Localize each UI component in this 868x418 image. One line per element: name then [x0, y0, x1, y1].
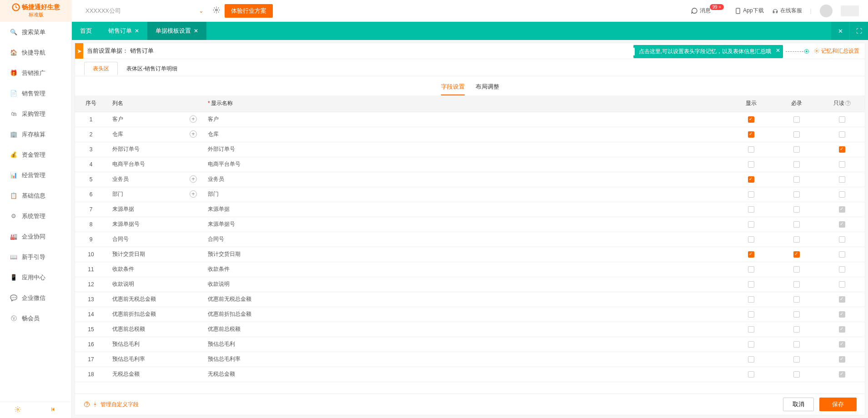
checkbox[interactable]: [793, 356, 800, 363]
memory-summary-link[interactable]: 记忆和汇总设置: [814, 47, 859, 55]
settings-icon[interactable]: [15, 406, 21, 414]
sidebar-item-4[interactable]: 🛍采购管理: [0, 104, 71, 124]
sidebar-item-11[interactable]: 📖新手引导: [0, 247, 71, 267]
checkbox[interactable]: [793, 296, 800, 303]
checkbox[interactable]: [793, 326, 800, 333]
checkbox[interactable]: [793, 116, 800, 123]
tooltip-close-icon[interactable]: ✕: [776, 47, 780, 55]
checkbox[interactable]: [748, 221, 754, 228]
sidebar-item-0[interactable]: 🔍搜索菜单: [0, 22, 71, 42]
sidebar-item-3[interactable]: 📄销售管理: [0, 83, 71, 104]
checkbox[interactable]: [839, 116, 845, 123]
checkbox[interactable]: [839, 146, 845, 153]
cell-display[interactable]: 无税总金额: [202, 367, 728, 382]
checkbox[interactable]: [839, 191, 845, 198]
checkbox[interactable]: [839, 176, 845, 183]
sidebar-item-5[interactable]: 🏢库存核算: [0, 124, 71, 144]
checkbox[interactable]: [839, 266, 845, 273]
sub-tab-0[interactable]: 字段设置: [441, 83, 465, 95]
expand-icon[interactable]: ⛶: [850, 22, 868, 40]
checkbox[interactable]: [748, 146, 754, 153]
checkbox[interactable]: [748, 326, 754, 333]
checkbox[interactable]: [793, 131, 800, 138]
cell-display[interactable]: 来源单据: [202, 202, 728, 217]
sidebar-item-12[interactable]: 📱应用中心: [0, 267, 71, 288]
user-menu[interactable]: [841, 5, 859, 16]
plus-icon[interactable]: +: [190, 190, 197, 198]
cell-display[interactable]: 业务员: [202, 172, 728, 187]
checkbox[interactable]: [748, 371, 754, 378]
checkbox[interactable]: [793, 206, 800, 213]
sidebar-item-6[interactable]: 💰资金管理: [0, 144, 71, 165]
checkbox[interactable]: [793, 341, 800, 348]
trial-button[interactable]: 体验行业方案: [225, 4, 273, 18]
checkbox[interactable]: [839, 236, 845, 243]
checkbox[interactable]: [748, 296, 754, 303]
customer-service-link[interactable]: 在线客服: [772, 7, 802, 15]
cell-display[interactable]: 优惠前折扣总金额: [202, 307, 728, 322]
checkbox[interactable]: [793, 281, 800, 288]
checkbox[interactable]: [748, 311, 754, 318]
checkbox[interactable]: [748, 116, 754, 123]
checkbox[interactable]: [748, 356, 754, 363]
infobar-arrow-icon[interactable]: ➤: [75, 43, 83, 59]
checkbox[interactable]: [793, 161, 800, 168]
manage-custom-fields-link[interactable]: ? 管理自定义字段: [83, 401, 139, 408]
plus-icon[interactable]: +: [190, 175, 197, 183]
checkbox[interactable]: [748, 176, 754, 183]
checkbox[interactable]: [793, 266, 800, 273]
tab-2[interactable]: 单据模板设置✕: [147, 22, 206, 40]
checkbox[interactable]: [793, 191, 800, 198]
checkbox[interactable]: [793, 311, 800, 318]
sidebar-item-14[interactable]: Ⓥ畅会员: [0, 308, 71, 328]
checkbox[interactable]: [748, 281, 754, 288]
checkbox[interactable]: [793, 221, 800, 228]
checkbox[interactable]: [793, 251, 800, 258]
inner-tab-0[interactable]: 表头区: [84, 62, 118, 75]
help-icon[interactable]: ?: [845, 100, 851, 106]
cell-display[interactable]: 预估总毛利: [202, 337, 728, 352]
cell-display[interactable]: 收款说明: [202, 277, 728, 292]
checkbox[interactable]: [748, 341, 754, 348]
checkbox[interactable]: [793, 176, 800, 183]
checkbox[interactable]: [748, 206, 754, 213]
checkbox[interactable]: [748, 161, 754, 168]
close-all-tabs-icon[interactable]: ✕: [831, 22, 849, 40]
cell-display[interactable]: 收款条件: [202, 262, 728, 277]
save-button[interactable]: 保存: [819, 398, 857, 411]
sidebar-item-9[interactable]: ⚙系统管理: [0, 206, 71, 226]
sidebar-item-8[interactable]: 📋基础信息: [0, 185, 71, 206]
cell-display[interactable]: 优惠前总税额: [202, 322, 728, 337]
cell-display[interactable]: 部门: [202, 187, 728, 202]
sidebar-item-7[interactable]: 📊经营管理: [0, 165, 71, 185]
cell-display[interactable]: 电商平台单号: [202, 157, 728, 172]
inner-tab-1[interactable]: 表体区-销售订单明细: [118, 62, 186, 75]
checkbox[interactable]: [793, 146, 800, 153]
cell-display[interactable]: 外部订单号: [202, 142, 728, 157]
tab-1[interactable]: 销售订单✕: [100, 22, 147, 40]
checkbox[interactable]: [839, 131, 845, 138]
avatar[interactable]: [820, 5, 833, 17]
plus-icon[interactable]: +: [190, 115, 197, 123]
app-download-link[interactable]: App下载: [735, 7, 763, 15]
cell-display[interactable]: 预估总毛利率: [202, 352, 728, 367]
cell-display[interactable]: 客户: [202, 112, 728, 127]
sidebar-item-1[interactable]: 🏠快捷导航: [0, 42, 71, 63]
plus-icon[interactable]: +: [190, 130, 197, 138]
table-wrap[interactable]: 序号 列名 *显示名称 显示 必录 只读? 1 客户+ 客户 2 仓库+ 仓库 …: [75, 95, 865, 393]
tab-close-icon[interactable]: ✕: [194, 28, 198, 34]
messages-link[interactable]: 消息 99 +: [691, 7, 727, 15]
cell-display[interactable]: 优惠前无税总金额: [202, 292, 728, 307]
tab-0[interactable]: 首页: [72, 22, 100, 40]
cell-display[interactable]: 合同号: [202, 232, 728, 247]
checkbox[interactable]: [839, 251, 845, 258]
checkbox[interactable]: [793, 236, 800, 243]
tab-close-icon[interactable]: ✕: [135, 28, 139, 34]
checkbox[interactable]: [748, 236, 754, 243]
sub-tab-1[interactable]: 布局调整: [476, 83, 499, 95]
cancel-button[interactable]: 取消: [783, 398, 814, 411]
checkbox[interactable]: [748, 131, 754, 138]
checkbox[interactable]: [748, 251, 754, 258]
gear-icon[interactable]: [213, 6, 220, 15]
company-selector[interactable]: XXXXXX公司 ⌄: [81, 4, 208, 18]
